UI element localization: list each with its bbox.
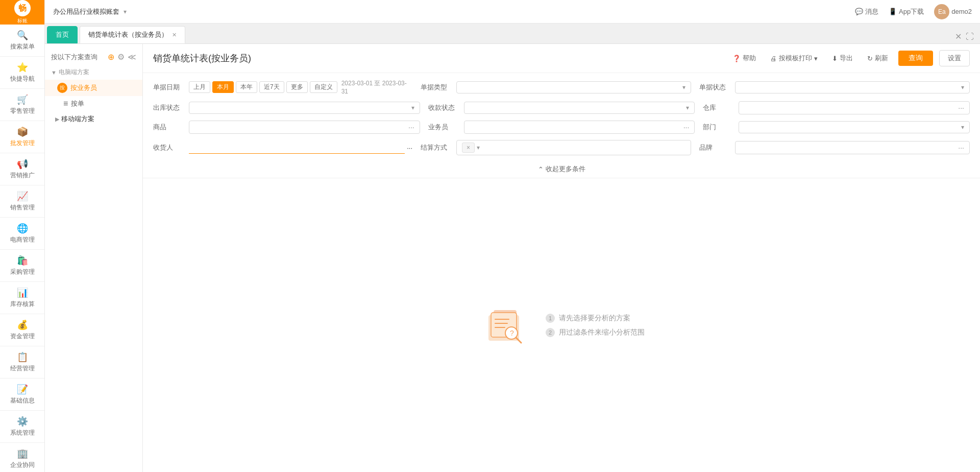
sidebar-item-finance[interactable]: 💰 资金管理: [0, 314, 44, 346]
message-button[interactable]: 💬 消息: [855, 7, 878, 16]
user-profile[interactable]: Ea demo2: [934, 4, 972, 19]
goods-label: 商品: [153, 123, 181, 132]
sidebar-item-basic[interactable]: 📝 基础信息: [0, 379, 44, 411]
doc-type-select[interactable]: ▾: [456, 81, 691, 93]
last-7-btn[interactable]: 近7天: [259, 81, 284, 93]
date-shortcuts: 上月 本月 本年 近7天 更多 自定义: [189, 81, 337, 93]
print-button[interactable]: 🖨 按模板打印 ▾: [766, 52, 822, 65]
salesperson-select[interactable]: ···: [464, 121, 695, 134]
collapse-chevron-icon: ⌃: [538, 166, 544, 173]
sidebar-item-search[interactable]: 🔍 搜索菜单: [0, 25, 44, 57]
sidebar-item-retail[interactable]: 🛒 零售管理: [0, 89, 44, 121]
app-name: 办公用品行业模拟账套: [53, 7, 119, 16]
tab-home-label: 首页: [56, 30, 69, 39]
tab-sales-stats-label: 销货单统计表（按业务员）: [88, 30, 168, 39]
mobile-section[interactable]: ▶ 移动端方案: [45, 111, 142, 127]
sidebar-item-enterprise[interactable]: 🏢 企业协同: [0, 443, 44, 472]
tab-home[interactable]: 首页: [47, 26, 78, 43]
maximize-window-icon[interactable]: ⛶: [966, 32, 974, 41]
collapse-button[interactable]: ⌃ 收起更多条件: [153, 161, 970, 178]
consignee-field: ···: [189, 141, 412, 154]
ship-status-label: 出库状态: [153, 103, 181, 112]
sidebar-label-enterprise: 企业协同: [10, 461, 35, 469]
topbar-right: 💬 消息 📱 App下载 Ea demo2: [855, 4, 972, 19]
warehouse-dots-icon[interactable]: ···: [958, 104, 964, 112]
tabbar: 首页 销货单统计表（按业务员） ✕ ✕ ⛶: [45, 23, 980, 44]
filter-row-4: 收货人 ··· 结算方式 × ▾ 品牌 ·: [153, 140, 970, 155]
empty-tip-2: 2 用过滤条件来缩小分析范围: [546, 328, 645, 337]
sidebar-item-marketing[interactable]: 📢 营销推广: [0, 153, 44, 185]
sidebar-item-sales[interactable]: 📈 销售管理: [0, 185, 44, 218]
more-btn[interactable]: 更多: [286, 81, 308, 93]
this-month-btn[interactable]: 本月: [212, 81, 234, 93]
dept-dropdown-icon: ▾: [961, 124, 964, 131]
brand-dots-icon[interactable]: ···: [958, 144, 964, 152]
goods-select[interactable]: ···: [189, 121, 420, 134]
ship-status-select[interactable]: ▾: [189, 102, 420, 114]
order-scheme-icon: ≡: [63, 99, 68, 108]
tab-close-icon[interactable]: ✕: [172, 32, 177, 38]
sidebar-label-wholesale: 批发管理: [10, 139, 35, 148]
add-scheme-icon[interactable]: ⊕: [108, 52, 114, 62]
edit-scheme-icon[interactable]: ⚙: [117, 52, 125, 62]
logo-text: 标账: [17, 17, 28, 25]
desktop-section-label: 电脑端方案: [59, 68, 89, 77]
print-dropdown-icon[interactable]: ▾: [814, 55, 818, 62]
tip-text-2: 用过滤条件来缩小分析范围: [559, 328, 645, 337]
refresh-button[interactable]: ↻ 刷新: [863, 52, 892, 65]
collapse-panel-icon[interactable]: ≪: [128, 52, 136, 62]
sidebar-item-ecommerce[interactable]: 🌐 电商管理: [0, 218, 44, 250]
last-month-btn[interactable]: 上月: [189, 81, 210, 93]
panel-header: 按以下方案查询 ⊕ ⚙ ≪: [45, 49, 142, 65]
goods-dots-icon[interactable]: ···: [408, 123, 414, 131]
filter-row-3: 商品 ··· 业务员 ··· 部门 ▾: [153, 121, 970, 134]
tab-sales-stats[interactable]: 销货单统计表（按业务员） ✕: [80, 26, 185, 43]
empty-illustration: ?: [478, 300, 529, 351]
doc-type-dropdown-icon: ▾: [682, 84, 685, 91]
query-button[interactable]: 查询: [898, 51, 933, 66]
sidebar-item-system[interactable]: ⚙️ 系统管理: [0, 411, 44, 443]
consignee-dots-icon[interactable]: ···: [407, 144, 412, 152]
salesperson-dots-icon[interactable]: ···: [683, 123, 690, 131]
sidebar-item-inventory[interactable]: 📊 库存核算: [0, 282, 44, 314]
export-button[interactable]: ⬇ 导出: [828, 52, 857, 65]
tip-text-1: 请先选择要分析的方案: [559, 314, 630, 323]
sidebar-label-inventory: 库存核算: [10, 300, 35, 309]
close-window-icon[interactable]: ✕: [955, 32, 962, 41]
settings-button[interactable]: 设置: [939, 50, 970, 66]
brand-label: 品牌: [699, 143, 727, 152]
purchase-nav-icon: 🛍️: [17, 255, 28, 266]
panel-header-text: 按以下方案查询: [51, 53, 97, 62]
doc-status-label: 单据状态: [699, 83, 727, 92]
doc-status-select[interactable]: ▾: [735, 81, 970, 93]
sidebar-item-operations[interactable]: 📋 经营管理: [0, 346, 44, 379]
app-download-button[interactable]: 📱 App下载: [889, 7, 924, 16]
scheme-by-order[interactable]: ≡ 按单: [45, 96, 142, 111]
payment-status-select[interactable]: ▾: [464, 102, 695, 114]
desktop-section: ▼ 电脑端方案: [45, 65, 142, 80]
sidebar-item-wholesale[interactable]: 📦 批发管理: [0, 121, 44, 153]
brand-select[interactable]: ···: [735, 141, 970, 154]
settlement-dropdown-icon: ▾: [477, 144, 480, 151]
consignee-input[interactable]: [189, 141, 405, 154]
sidebar-item-shortcut[interactable]: ⭐ 快捷导航: [0, 57, 44, 89]
inventory-nav-icon: 📊: [17, 287, 28, 298]
sidebar: 畅 标账 🔍 搜索菜单 ⭐ 快捷导航 🛒 零售管理 📦 批发管理 📢 营销推广 …: [0, 0, 45, 472]
help-button[interactable]: ❓ 帮助: [728, 52, 760, 65]
dept-select[interactable]: ▾: [739, 121, 970, 133]
sidebar-item-purchase[interactable]: 🛍️ 采购管理: [0, 250, 44, 282]
print-icon: 🖨: [770, 55, 777, 62]
scheme-by-salesperson[interactable]: 按 按业务员: [45, 80, 142, 96]
settlement-tag-close-icon[interactable]: ×: [467, 144, 470, 151]
warehouse-select[interactable]: ···: [739, 101, 970, 114]
desktop-arrow-icon[interactable]: ▼: [51, 69, 57, 76]
collapse-label: 收起更多条件: [546, 164, 585, 174]
settlement-select[interactable]: × ▾: [456, 140, 691, 155]
header-actions: ❓ 帮助 🖨 按模板打印 ▾ ⬇ 导出 ↻ 刷新: [728, 50, 970, 66]
custom-btn[interactable]: 自定义: [310, 81, 337, 93]
this-year-btn[interactable]: 本年: [236, 81, 257, 93]
export-label: 导出: [840, 54, 853, 63]
message-icon: 💬: [855, 8, 863, 15]
app-dropdown-icon[interactable]: ▾: [124, 8, 127, 15]
retail-nav-icon: 🛒: [17, 94, 28, 105]
